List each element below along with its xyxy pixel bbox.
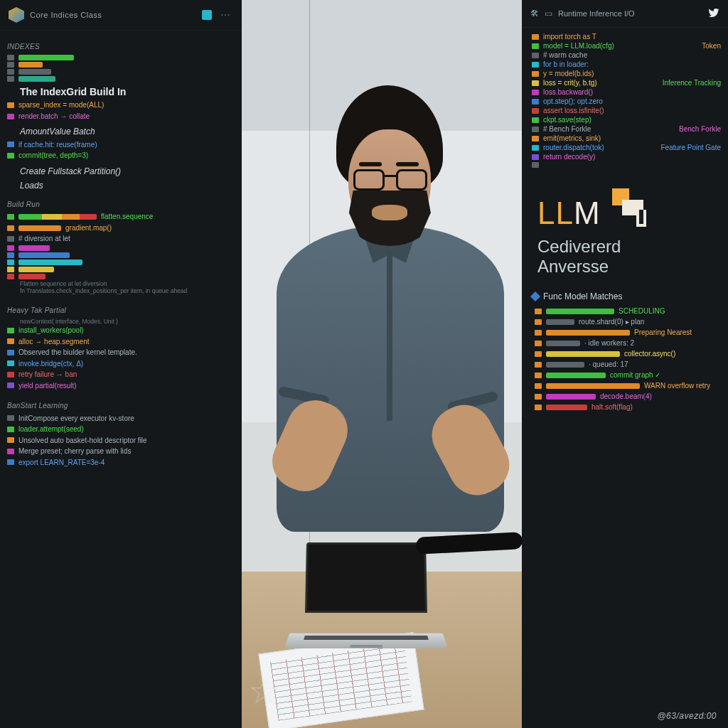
gutter-swatch-icon [7,102,14,108]
code-line: commit(tree, depth=3) [7,150,235,161]
gutter-swatch-icon [7,338,14,344]
code-line: import torch as T [532,32,721,41]
code-text: commit(tree, depth=3) [18,151,88,161]
code-bar [18,245,50,251]
code-text: router.dispatch(tok) [543,144,604,151]
code-text: invoke.bridge(ctx, Δ) [18,359,83,369]
window-icon[interactable]: ▭ [545,9,552,18]
code-line: Unsolved auto basket-hold descriptor fil… [7,435,235,446]
gutter-swatch-icon [7,252,14,258]
twitter-icon[interactable] [708,7,719,20]
code-line: gradient.map() [7,223,235,234]
line-tag: Bench Forkle [679,125,721,133]
gutter-swatch-icon [7,328,14,333]
code-line: install_workers(pool) [7,325,235,336]
code-text: commit graph ✓ [610,371,660,379]
gutter-swatch-icon [535,394,542,400]
gutter-swatch-icon [535,309,542,314]
code-line [7,54,235,61]
section-label-banstart: BanStart Learning [7,391,235,413]
code-bar [546,319,574,325]
code-line [7,259,235,266]
code-text: InitCompose every executor kv-store [18,414,134,424]
brand-wordmark: LLM [537,196,601,231]
code-line: # Bench ForkleBench Forkle [532,124,721,134]
section-label-funcmodel: Func Model Matches [522,284,728,304]
code-line: retry failure → ban [7,369,235,380]
gutter-swatch-icon [532,71,539,77]
code-line: route.shard(0) ▸ plan [535,316,721,327]
gutter-swatch-icon [7,225,14,231]
code-text: flatten.sequence [101,212,153,222]
gutter-swatch-icon [532,108,539,114]
code-line: loss = crit(y, b.tg)Inference Tracking [532,78,721,87]
code-line: if cache.hit: reuse(frame) [7,139,235,151]
code-text: sparse_index = mode(ALL) [18,100,104,110]
code-text: export LEARN_RATE=3e-4 [18,458,105,468]
code-bar [18,225,61,231]
gutter-swatch-icon [7,62,14,68]
code-text: # diversion at let [18,234,70,244]
code-text: Preparing Nearest [634,328,692,336]
code-line: · idle workers: 2 [535,338,721,348]
gutter-swatch-icon [7,69,14,75]
code-bar [546,309,614,314]
gutter-swatch-icon [535,362,542,368]
code-line: Observed the biulder kernel template. [7,347,235,358]
status-badge-icon [202,10,212,20]
gutter-swatch-icon [7,267,14,272]
heading-indexgrid: The IndexGrid Build In [7,82,235,100]
code-line [532,161,721,168]
gutter-swatch-icon [7,214,14,220]
right-panel-title: Runtime Inference I/O [558,9,635,18]
more-menu-icon[interactable]: ⋯ [218,9,233,22]
gutter-swatch-icon [7,350,14,355]
section-label-buildrun: Build Run [7,193,235,212]
code-text: WARN overflow retry [644,382,710,390]
gutter-swatch-icon [535,383,542,389]
wrench-icon[interactable]: 🛠 [530,9,539,18]
code-text: retry failure → ban [18,370,77,380]
line-tag: Feature Point Gate [661,144,722,151]
gutter-swatch-icon [7,437,14,443]
code-line: SCHEDULING [535,306,721,316]
code-bar [18,267,54,272]
code-line: · queued: 17 [535,359,721,370]
code-text: yield partial(result) [18,381,77,391]
code-bar [18,252,70,258]
code-line [7,273,235,280]
left-panel-title: Core Indices Class [30,10,102,21]
code-bar [546,373,606,378]
code-line: for b in loader: [532,60,721,69]
code-text: halt.soft(flag) [592,403,633,411]
watermark-icon [249,677,279,707]
code-bar [18,55,74,60]
brand-block: LLM Cedivererd Anversse [522,173,728,284]
gutter-swatch-icon [532,90,539,95]
code-text: ckpt.save(step) [543,116,592,124]
code-line: opt.step(); opt.zero [532,97,721,106]
gutter-swatch-icon [532,145,539,151]
code-line: Merge preset; cherry parse with lids [7,446,235,457]
code-bar [18,274,46,279]
gutter-swatch-icon [532,117,539,123]
code-line: model = LLM.load(cfg)Token [532,41,721,50]
gutter-swatch-icon [532,62,539,68]
heading-loads: Loads [7,178,235,193]
gutter-swatch-icon [7,274,14,279]
gutter-swatch-icon [535,373,542,378]
code-text: alloc → heap.segment [18,337,90,347]
smartphone [415,532,522,555]
code-text: # warm cache [543,51,587,59]
code-bar [18,62,43,68]
app-logo-icon [9,7,24,23]
code-line: router.dispatch(tok)Feature Point Gate [532,143,721,152]
code-line: loss.backward() [532,87,721,97]
code-line: export LEARN_RATE=3e-4 [7,457,235,469]
code-line: collector.async() [535,348,721,359]
gutter-swatch-icon [532,99,539,105]
code-text: # Bench Forkle [543,125,591,133]
right-header: 🛠 ▭ Runtime Inference I/O [522,0,728,28]
code-text: emit(metrics, sink) [543,134,601,142]
code-text: Merge preset; cherry parse with lids [18,446,131,456]
